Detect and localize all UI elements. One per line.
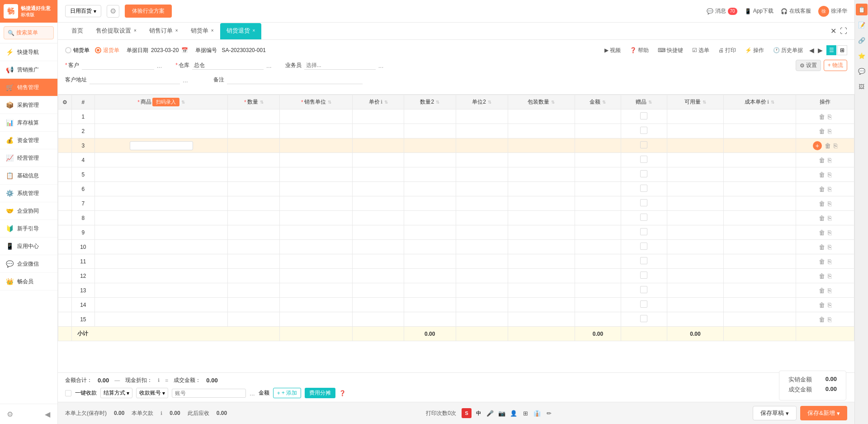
- row-product-6[interactable]: [94, 182, 228, 196]
- row-price-14[interactable]: [353, 298, 404, 312]
- row-cost-6[interactable]: [724, 182, 796, 196]
- tab-price-extract[interactable]: 售价提取设置 ×: [90, 23, 143, 39]
- radio-return-bill[interactable]: 退货单: [95, 47, 119, 54]
- row-cost-12[interactable]: [724, 269, 796, 283]
- row-available-15[interactable]: [667, 312, 723, 327]
- row-qty-12[interactable]: [228, 269, 280, 283]
- copy-row-icon-1[interactable]: ⎘: [828, 113, 831, 120]
- row-gift-7[interactable]: [621, 196, 667, 211]
- select-button[interactable]: ☑ 选单: [689, 46, 712, 55]
- equals-icon[interactable]: =: [165, 377, 168, 384]
- row-available-9[interactable]: [667, 225, 723, 240]
- row-unit2-7[interactable]: [456, 196, 508, 211]
- tool-shirt[interactable]: 👔: [532, 408, 542, 418]
- row-pack-14[interactable]: [508, 298, 575, 312]
- add-payment-button[interactable]: + + 添加: [273, 388, 301, 398]
- row-product-13[interactable]: [94, 283, 228, 298]
- row-qty-13[interactable]: [228, 283, 280, 298]
- row-unit-9[interactable]: [280, 225, 353, 240]
- right-panel-icon-1[interactable]: 📋: [856, 4, 868, 15]
- gift-checkbox-14[interactable]: [640, 300, 647, 308]
- row-cost-10[interactable]: [724, 240, 796, 254]
- tab-sales-order[interactable]: 销售订单 ×: [143, 23, 184, 39]
- sort-avail-icon[interactable]: ⇅: [703, 100, 706, 105]
- row-cost-13[interactable]: [724, 283, 796, 298]
- tab-sales-bill[interactable]: 销货单 ×: [184, 23, 220, 39]
- row-gift-14[interactable]: [621, 298, 667, 312]
- sidebar-item-member[interactable]: 👑 畅会员: [0, 273, 57, 291]
- row-gift-9[interactable]: [621, 225, 667, 240]
- gift-checkbox-4[interactable]: [640, 156, 647, 163]
- row-pack-10[interactable]: [508, 240, 575, 254]
- sidebar-item-newguide[interactable]: 🔰 新手引导: [0, 220, 57, 238]
- message-button[interactable]: 💬 消息 70: [707, 7, 737, 15]
- module-select[interactable]: 日用百货 ▾: [65, 5, 101, 17]
- tab-close-salesreturn[interactable]: ×: [253, 28, 255, 33]
- online-service-button[interactable]: 🎧 在线客服: [781, 7, 811, 15]
- delete-row-icon-5[interactable]: 🗑: [819, 171, 825, 178]
- sidebar-item-finance[interactable]: 💰 资金管理: [0, 132, 57, 149]
- row-product-2[interactable]: [94, 124, 228, 138]
- fee-help-icon[interactable]: ❓: [339, 390, 346, 396]
- row-price-8[interactable]: [353, 211, 404, 225]
- row-pack-4[interactable]: [508, 153, 575, 167]
- row-cost-14[interactable]: [724, 298, 796, 312]
- salesperson-input[interactable]: [304, 61, 376, 70]
- gift-checkbox-9[interactable]: [640, 228, 647, 235]
- copy-row-icon-2[interactable]: ⎘: [828, 128, 831, 135]
- maximize-button[interactable]: ⛶: [840, 27, 847, 35]
- delete-row-icon-9[interactable]: 🗑: [819, 229, 825, 236]
- next-record-button[interactable]: ▶: [818, 47, 823, 54]
- scan-input-button[interactable]: 扫码录入: [152, 98, 179, 106]
- gift-checkbox-7[interactable]: [640, 199, 647, 206]
- price-info-icon[interactable]: ℹ: [381, 99, 382, 105]
- row-amount-9[interactable]: [575, 225, 621, 240]
- settings-bottom-button[interactable]: ⚙: [4, 408, 16, 420]
- right-panel-icon-2[interactable]: 📝: [856, 19, 868, 31]
- row-gift-15[interactable]: [621, 312, 667, 327]
- shortcut-button[interactable]: ⌨ 快捷键: [655, 46, 686, 55]
- row-available-7[interactable]: [667, 196, 723, 211]
- row-unit2-4[interactable]: [456, 153, 508, 167]
- row-price-10[interactable]: [353, 240, 404, 254]
- row-product-9[interactable]: [94, 225, 228, 240]
- row-pack-11[interactable]: [508, 254, 575, 269]
- row-product-14[interactable]: [94, 298, 228, 312]
- copy-row-icon-4[interactable]: ⎘: [828, 157, 831, 164]
- row-product-5[interactable]: [94, 167, 228, 182]
- row-product-7[interactable]: [94, 196, 228, 211]
- row-cost-7[interactable]: [724, 196, 796, 211]
- row-qty-14[interactable]: [228, 298, 280, 312]
- gift-checkbox-12[interactable]: [640, 272, 647, 279]
- sort-amount-icon[interactable]: ⇅: [602, 100, 606, 105]
- tool-camera[interactable]: 📷: [497, 408, 507, 418]
- row-pack-1[interactable]: [508, 110, 575, 124]
- row-unit-15[interactable]: [280, 312, 353, 327]
- account-select[interactable]: 收款账号 ▾: [136, 388, 168, 398]
- row-available-4[interactable]: [667, 153, 723, 167]
- row-product-1[interactable]: [94, 110, 228, 124]
- row-unit2-12[interactable]: [456, 269, 508, 283]
- row-amount-14[interactable]: [575, 298, 621, 312]
- row-unit-10[interactable]: [280, 240, 353, 254]
- row-qty2-1[interactable]: [404, 110, 456, 124]
- row-price-13[interactable]: [353, 283, 404, 298]
- sidebar-item-wechat[interactable]: 💬 企业微信: [0, 255, 57, 273]
- row-qty2-4[interactable]: [404, 153, 456, 167]
- row-unit2-9[interactable]: [456, 225, 508, 240]
- sort-pack-icon[interactable]: ⇅: [551, 100, 555, 105]
- row-unit2-10[interactable]: [456, 240, 508, 254]
- row-price-6[interactable]: [353, 182, 404, 196]
- row-price-12[interactable]: [353, 269, 404, 283]
- address-input[interactable]: [90, 76, 180, 84]
- gift-checkbox-8[interactable]: [640, 214, 647, 221]
- row-unit2-15[interactable]: [456, 312, 508, 327]
- row-amount-5[interactable]: [575, 167, 621, 182]
- row-qty-8[interactable]: [228, 211, 280, 225]
- row-gift-8[interactable]: [621, 211, 667, 225]
- row-available-12[interactable]: [667, 269, 723, 283]
- row-pack-9[interactable]: [508, 225, 575, 240]
- delete-row-icon-11[interactable]: 🗑: [819, 258, 825, 265]
- row-cost-11[interactable]: [724, 254, 796, 269]
- row-unit2-5[interactable]: [456, 167, 508, 182]
